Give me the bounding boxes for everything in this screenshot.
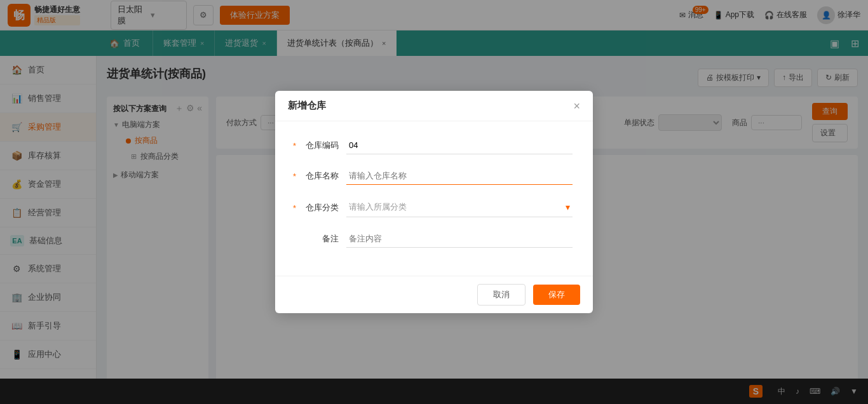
form-label-remark: 备注 <box>295 233 346 245</box>
form-field-code: 仓库编码 <box>295 137 573 154</box>
dialog-header: 新增仓库 × <box>275 91 593 121</box>
warehouse-code-input[interactable] <box>346 137 573 154</box>
dialog-body: 仓库编码 仓库名称 仓库分类 请输入所属分类 ▾ 备注 <box>275 121 593 276</box>
form-field-remark: 备注 <box>295 230 573 248</box>
dialog-new-warehouse: 新增仓库 × 仓库编码 仓库名称 仓库分类 请输入所属分类 ▾ <box>275 91 593 313</box>
dropdown-arrow-icon: ▾ <box>566 202 570 212</box>
warehouse-category-select[interactable]: 请输入所属分类 ▾ <box>346 198 573 217</box>
form-label-code: 仓库编码 <box>295 140 346 151</box>
dialog-close-icon[interactable]: × <box>573 100 580 112</box>
form-field-name: 仓库名称 <box>295 167 573 185</box>
form-label-category: 仓库分类 <box>295 202 346 213</box>
warehouse-name-input[interactable] <box>346 167 573 185</box>
dialog-title: 新增仓库 <box>288 100 326 112</box>
save-button[interactable]: 保存 <box>533 285 580 305</box>
form-field-category: 仓库分类 请输入所属分类 ▾ <box>295 198 573 217</box>
cancel-button[interactable]: 取消 <box>477 284 526 306</box>
modal-overlay: 新增仓库 × 仓库编码 仓库名称 仓库分类 请输入所属分类 ▾ <box>0 0 868 404</box>
dialog-footer: 取消 保存 <box>275 276 593 313</box>
warehouse-remark-input[interactable] <box>346 230 573 248</box>
form-label-name: 仓库名称 <box>295 170 346 182</box>
